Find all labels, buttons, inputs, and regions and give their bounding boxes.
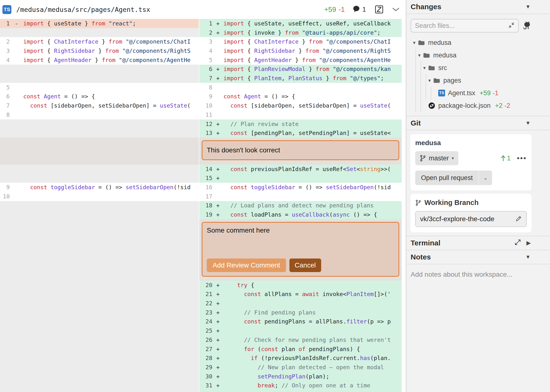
diff-line[interactable]: 17 xyxy=(199,192,402,201)
diff-line[interactable]: 6const Agent = () => { xyxy=(0,92,199,101)
diff-line[interactable]: 25+ xyxy=(199,326,402,335)
file-deletions: -2 xyxy=(504,102,510,110)
tree-caret-icon[interactable]: ▾ xyxy=(421,65,428,71)
tree-caret-icon[interactable]: ▾ xyxy=(411,40,418,46)
diff-spacer-row xyxy=(0,173,199,183)
diff-line[interactable]: 27+ for (const plan of pendingPlans) { xyxy=(199,345,402,354)
diff-line[interactable]: 14+ const previousPlanIdsRef = useRef<Se… xyxy=(199,165,402,174)
tree-item-medusa[interactable]: ▾medusa xyxy=(406,36,550,49)
comment-bubble-icon xyxy=(352,5,360,14)
file-path: /medusa/medusa/src/pages/Agent.tsx xyxy=(16,6,150,13)
branch-selector-button[interactable]: master ▾ xyxy=(415,151,458,165)
changes-section-header[interactable]: Changes ▼ xyxy=(406,0,550,14)
diff-line[interactable]: 9 const toggleSidebar = () => setSidebar… xyxy=(0,183,199,192)
chevron-right-icon[interactable]: ▶ xyxy=(526,240,531,246)
expand-terminal-icon[interactable] xyxy=(514,239,521,247)
tree-item-src[interactable]: ▾src xyxy=(406,62,550,74)
diff-spacer-row xyxy=(0,165,199,174)
diff-line[interactable]: 7+import { PlanItem, PlanStatus } from "… xyxy=(199,74,402,83)
diff-line[interactable]: 26+ // Check for new pending plans that … xyxy=(199,335,402,345)
repo-name: medusa xyxy=(415,139,527,147)
notes-section-header[interactable]: Notes ▼ xyxy=(406,250,550,264)
diff-line[interactable]: 5import { AgentHeader } from "@/componen… xyxy=(199,55,402,65)
diff-line[interactable]: 20+ try { xyxy=(199,281,402,290)
diff-line[interactable]: 1-import { useState } from "react"; xyxy=(0,19,199,28)
diff-line[interactable]: 18+ // Load plans and detect new pending… xyxy=(199,201,402,210)
chevron-down-icon[interactable]: ▼ xyxy=(525,4,531,10)
split-diff-view-button[interactable] xyxy=(374,5,384,14)
comment-count: 1 xyxy=(362,6,366,13)
git-section-header[interactable]: Git ▼ xyxy=(406,116,550,130)
typescript-file-icon: TS xyxy=(2,5,11,14)
sidebar-empty-space xyxy=(406,285,550,392)
tree-item-medusa[interactable]: ▾medusa xyxy=(406,49,550,62)
collapse-tree-icon[interactable] xyxy=(508,22,515,30)
comment-band: Some comment hereAdd Review CommentCance… xyxy=(199,219,402,281)
tree-caret-icon[interactable]: ▾ xyxy=(426,78,433,83)
pull-request-options-chevron[interactable]: ⌄ xyxy=(478,171,492,185)
tree-item-agent-tsx[interactable]: TSAgent.tsx+59-1 xyxy=(406,87,550,99)
notes-placeholder[interactable]: Add notes about this workspace... xyxy=(406,264,550,285)
file-label: src xyxy=(438,64,447,72)
review-comment-text: This doesn't look correct xyxy=(207,146,280,154)
search-box xyxy=(411,19,519,32)
diff-line[interactable]: 13+ const [pendingPlan, setPendingPlan] … xyxy=(199,128,402,138)
file-deletions: -1 xyxy=(493,89,498,97)
diff-line[interactable]: 10 xyxy=(0,192,199,201)
diff-line[interactable]: 19+ const loadPlans = useCallback(async … xyxy=(199,210,402,219)
diff-line[interactable]: 11 xyxy=(199,110,402,119)
edit-pencil-icon[interactable] xyxy=(515,215,522,223)
diff-line[interactable]: 7 const [sidebarOpen, setSidebarOpen] = … xyxy=(0,101,199,110)
working-branch-input[interactable] xyxy=(420,215,515,223)
diff-line[interactable]: 24+ const pendingPlans = allPlans.filter… xyxy=(199,317,402,326)
diff-right-gutter xyxy=(402,19,406,392)
diff-line[interactable]: 10 const [sidebarOpen, setSidebarOpen] =… xyxy=(199,101,402,110)
diff-line[interactable]: 30+ setPendingPlan(plan); xyxy=(199,372,402,381)
open-pull-request-button[interactable]: Open pull request xyxy=(415,171,478,185)
diff-line[interactable]: 4import { AgentHeader } from "@/componen… xyxy=(0,55,199,65)
comment-count-indicator[interactable]: 1 xyxy=(352,5,366,14)
diff-line[interactable]: 12+ // Plan review state xyxy=(199,119,402,129)
tree-item-package-lock-json[interactable]: package-lock.json+2-2 xyxy=(406,99,550,112)
git-branch-icon xyxy=(415,200,421,206)
comment-textarea[interactable]: Some comment here xyxy=(207,227,394,259)
diff-line[interactable]: 1+import { useState, useEffect, useRef, … xyxy=(199,19,402,28)
diff-line[interactable]: 23+ // Find pending plans xyxy=(199,308,402,317)
diff-line[interactable]: 6+import { PlanReviewModal } from "@/com… xyxy=(199,65,402,74)
diff-line[interactable]: 4import { RightSidebar } from "@/compone… xyxy=(199,46,402,55)
diff-line[interactable]: 8 xyxy=(199,83,402,92)
diff-line[interactable]: 28+ if (!previousPlanIdsRef.current.has(… xyxy=(199,353,402,363)
diff-filler xyxy=(0,201,199,392)
cancel-comment-button[interactable]: Cancel xyxy=(289,259,321,272)
tree-item-pages[interactable]: ▾pages xyxy=(406,74,550,87)
diff-line[interactable]: 29+ // New plan detected – open the moda… xyxy=(199,363,402,372)
terminal-section-header[interactable]: Terminal ▶ xyxy=(406,236,550,250)
additions-count: +59 xyxy=(324,6,336,14)
diff-line[interactable]: 2+import { invoke } from "@tauri-apps/ap… xyxy=(199,28,402,37)
diff-line[interactable]: 22+ xyxy=(199,299,402,308)
git-more-menu-button[interactable]: ••• xyxy=(517,154,527,162)
diff-line[interactable]: 32+ } xyxy=(199,390,402,392)
diff-line[interactable]: 2import { ChatInterface } from "@/compon… xyxy=(0,37,199,46)
git-repo-card: medusa master ▾ 1 ••• Open pull reques xyxy=(410,134,532,190)
diff-line[interactable]: 3import { ChatInterface } from "@/compon… xyxy=(199,37,402,46)
cat-icon[interactable] xyxy=(523,21,532,31)
diff-line[interactable]: 3import { RightSidebar } from "@/compone… xyxy=(0,46,199,55)
add-review-comment-button[interactable]: Add Review Comment xyxy=(207,259,286,272)
diff-line[interactable]: 16 const toggleSidebar = () => setSideba… xyxy=(199,183,402,192)
diff-line[interactable]: 9const Agent = () => { xyxy=(199,92,402,101)
collapse-file-chevron[interactable] xyxy=(392,7,399,12)
diff-line[interactable]: 8 xyxy=(0,110,199,119)
commits-ahead-indicator: 1 xyxy=(501,155,510,162)
chevron-down-icon[interactable]: ▼ xyxy=(525,254,531,260)
chevron-down-icon[interactable]: ▼ xyxy=(525,120,531,126)
search-input[interactable] xyxy=(414,22,508,30)
diff-line[interactable]: 21+ const allPlans = await invoke<PlanIt… xyxy=(199,290,402,299)
diff-line[interactable]: 15+ xyxy=(199,173,402,183)
changed-files-tree: ▾medusa▾medusa▾src▾pagesTSAgent.tsx+59-1… xyxy=(406,35,550,116)
diff-line[interactable]: 5 xyxy=(0,83,199,92)
tree-caret-icon[interactable]: ▾ xyxy=(416,52,423,58)
comment-band: This doesn't look correct xyxy=(199,138,402,165)
diff-line[interactable]: 31+ break; // Only open one at a time xyxy=(199,381,402,390)
file-label: medusa xyxy=(433,52,456,59)
